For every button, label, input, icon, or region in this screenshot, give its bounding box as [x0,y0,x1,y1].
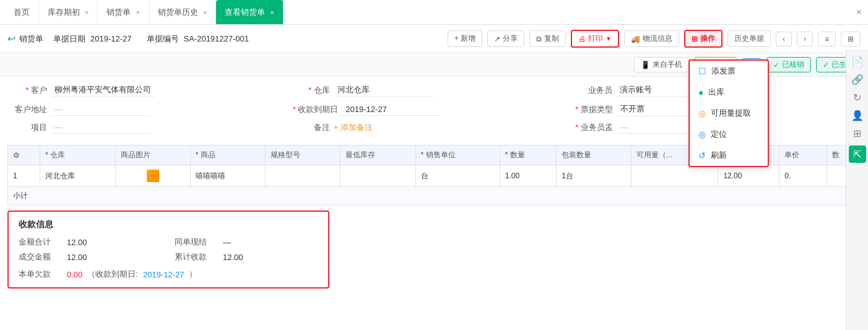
warehouse-value: 河北仓库 [334,83,433,97]
copy-icon: ⧉ [536,35,542,43]
staff2-label: 业务员孟 [575,122,613,133]
right-sidebar: 📄 🔗 ↻ 👤 ⊞ ⇱ [846,50,868,330]
tab-view-sales-close[interactable]: × [270,9,274,16]
payment-date-value: 2019-12-27 [342,103,441,116]
doc-header: ↩ 销货单 单据日期 2019-12-27 单据编号 SA-20191227-0… [0,25,868,53]
view-grid-button[interactable]: ⊞ [841,32,861,46]
doc-number-label: 单据编号 [147,33,179,45]
cell-warehouse: 河北仓库 [40,165,115,187]
cell-available [631,165,718,187]
tab-inventory-label: 库存期初 [48,7,80,18]
payment-title: 收款信息 [19,219,318,230]
tab-history-label: 销货单历史 [158,7,198,18]
customer-field: 客户 柳州粤港平安气体有限公司 [10,83,293,97]
doc-title-section: ↩ 销货单 [7,33,43,45]
print-dropdown-icon: ▼ [605,35,612,42]
outbound-label: 出库 [708,87,724,98]
col-product: * 商品 [190,145,265,165]
operations-button[interactable]: ⊞ 操作 [684,30,723,48]
ops-icon: ⊞ [692,35,698,43]
tab-inventory-close[interactable]: × [85,9,89,16]
available-qty-label: 可用量提取 [711,108,751,119]
doc-actions: + 新增 ↗ 分享 ⧉ 复制 🖨 打印 ▼ 🚚 物流信息 ⊞ 操作 [448,30,861,48]
dropdown-outbound[interactable]: ● 出库 [690,82,768,103]
share-label: 分享 [503,33,518,44]
tab-sales-order[interactable]: 销货单 × [98,0,149,24]
operations-label: 操作 [700,33,715,44]
customer-label: 客户 [10,85,47,96]
new-button[interactable]: + 新增 [448,30,482,47]
col-spec: 规格型号 [266,145,341,165]
cell-pack-qty: 1台 [557,165,631,187]
share-button[interactable]: ↗ 分享 [487,30,524,47]
doc-type-label: 销货单 [19,33,43,45]
address-value: — [51,103,150,116]
total-value: 12.00 [67,238,87,247]
cell-price: 0. [779,165,827,187]
dropdown-available-qty[interactable]: ◎ 可用量提取 [690,103,768,124]
window-close-button[interactable]: × [856,7,862,18]
ticket-type-label: 票据类型 [575,104,613,115]
sold-out-label: 已核销 [782,59,804,70]
tab-history-close[interactable]: × [203,9,207,16]
view-list-button[interactable]: ≡ [818,32,836,46]
doc-date-label: 单据日期 [53,33,85,45]
cell-stock: 12.00 [718,165,779,187]
subtotal-row: 小计 [8,187,861,206]
tab-sales-history[interactable]: 销货单历史 × [149,0,216,24]
history-button[interactable]: 历史单据 [727,30,771,47]
cell-min-stock [341,165,415,187]
col-price: 单价 [779,145,827,165]
locate-label: 定位 [711,129,727,140]
sidebar-icon-doc[interactable]: 📄 [851,56,864,67]
copy-button[interactable]: ⧉ 复制 [529,30,566,47]
payment-arrears: 本单欠款 0.00 （收款到期日: 2019-12-27） [19,269,318,280]
arrears-value: 0.00 [67,270,82,279]
sidebar-icon-grid[interactable]: ⊞ [853,128,861,139]
transaction-value: 12.00 [67,253,87,262]
nav-prev-button[interactable]: ‹ [776,32,792,46]
address-label: 客户地址 [10,104,47,115]
project-field: 项目 — [10,121,293,134]
logistics-label: 物流信息 [643,33,672,44]
doc-date-value: 2019-12-27 [90,34,132,43]
sidebar-icon-link[interactable]: 🔗 [851,74,864,85]
payment-date-label: 收款到期日 [293,104,339,115]
arrears-label: 本单欠款 [19,269,62,280]
subtotal-label: 小计 [8,187,861,206]
payment-total: 金额合计 12.00 [19,237,162,248]
tab-home-label: 首页 [14,7,30,18]
print-button[interactable]: 🖨 打印 ▼ [571,30,619,48]
arrears-note-close: ） [189,269,197,280]
sidebar-icon-refresh[interactable]: ↻ [853,92,861,103]
tab-sales-close[interactable]: × [136,9,139,16]
col-settings[interactable]: ⚙ [8,145,40,165]
dropdown-add-invoice[interactable]: ☐ 添发票 [690,61,768,82]
tab-view-sales[interactable]: 查看销货单 × [216,0,283,24]
address-field: 客户地址 — [10,103,293,116]
sidebar-icon-user[interactable]: 👤 [851,110,864,121]
dropdown-refresh[interactable]: ↺ 刷新 [690,145,768,166]
doc-icon: ↩ [7,33,15,45]
print-icon: 🖨 [578,35,586,43]
tab-home[interactable]: 首页 [5,0,39,24]
cell-seq: 1 [8,165,40,187]
sold-out-btn[interactable]: ✓ 已核销 [766,57,811,72]
copy-label: 复制 [544,33,559,44]
col-pack-qty: 包装数量 [557,145,631,165]
note-label: 备注 [293,122,330,133]
nav-next-button[interactable]: › [797,32,813,46]
dropdown-locate[interactable]: ◎ 定位 [690,124,768,145]
add-note-btn[interactable]: 添加备注 [334,122,373,133]
phone-label: 来自手机 [653,59,682,70]
phone-btn[interactable]: 📱 来自手机 [634,57,689,72]
cell-image: 🟧 [115,165,190,187]
sidebar-icon-expand[interactable]: ⇱ [849,145,866,163]
cell-product: 嘻嘻嘻嘻 [190,165,265,187]
logistics-button[interactable]: 🚚 物流信息 [624,30,679,47]
transaction-label: 成交金额 [19,251,62,263]
cumulative-label: 累计收款 [175,251,218,263]
tab-inventory-init[interactable]: 库存期初 × [39,0,98,24]
same-order-value: — [223,238,231,247]
add-invoice-label: 添发票 [711,66,736,77]
